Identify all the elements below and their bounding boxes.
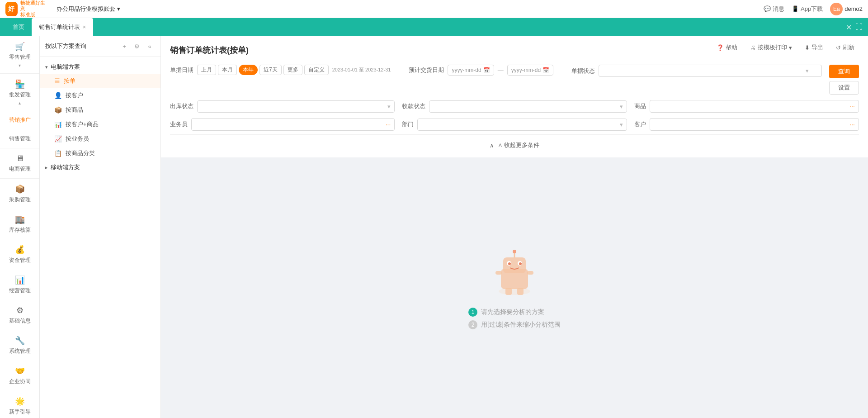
by-goods-label: 按商品 (66, 106, 83, 114)
app-download-label: App下载 (801, 5, 823, 13)
sidebar-item-system[interactable]: 🔧 系统管理 (0, 330, 39, 361)
expected-date-start-input[interactable]: yyyy-mm-dd 📅 (448, 65, 494, 76)
scheme-group-mobile-header[interactable]: ▸ 移动端方案 (40, 161, 160, 174)
sidebar-item-wholesale[interactable]: 🏪 批发管理 ▴ (0, 74, 39, 111)
svg-point-8 (513, 250, 516, 253)
sidebar-item-purchase[interactable]: 📦 采购管理 (0, 179, 39, 209)
sidebar-item-operation[interactable]: 📊 经营管理 (0, 270, 39, 300)
salesperson-input[interactable]: ··· (191, 118, 395, 131)
filter-customer-group: 客户 ··· (634, 118, 859, 131)
sidebar-item-newuser[interactable]: 🌟 新手引导 (0, 391, 39, 418)
retail-label: 零售管理 (9, 53, 31, 61)
scheme-item-by-customer[interactable]: 👤 按客户 (40, 88, 160, 103)
query-button[interactable]: 查询 (829, 65, 859, 78)
add-icon: + (123, 43, 126, 50)
enterprise-icon: 🤝 (15, 366, 25, 376)
doc-status-arrow-icon: ▾ (806, 67, 809, 74)
user-area[interactable]: Ea demo2 (830, 3, 863, 15)
left-panel-content: ▾ 电脑端方案 ☰ 按单 👤 按客户 📦 按商品 (40, 57, 160, 418)
right-panel-header: 销售订单统计表(按单) ❓ 帮助 🖨 按模板打印 ▾ ⬇ 导出 (161, 36, 868, 59)
tab-sales-order[interactable]: 销售订单统计表 × (32, 18, 93, 36)
filter-expected-date-group: 预计交货日期 yyyy-mm-dd 📅 — yyyy-mm-dd 📅 (409, 65, 553, 76)
app-download-button[interactable]: 📱 App下载 (792, 5, 823, 13)
date-btn-last7[interactable]: 近7天 (259, 65, 282, 75)
filter-doc-status-group: 单据状态 ▾ (571, 65, 822, 77)
top-bar: 好 畅捷通好生意 标准版 办公用品行业模拟账套 ▾ 💬 消息 📱 App下载 E… (0, 0, 868, 18)
sidebar-item-finance[interactable]: 💰 资金管理 (0, 239, 39, 270)
add-scheme-button[interactable]: + (119, 41, 130, 52)
tab-home[interactable]: 首页 (5, 18, 32, 36)
salesperson-label: 业务员 (170, 120, 188, 128)
date-range-end: 2023-12-31 (365, 67, 391, 72)
customer-more-icon: ··· (849, 121, 855, 128)
collapse-up-icon: ∧ (490, 142, 494, 149)
export-label: 导出 (811, 43, 823, 52)
filter-salesperson-group: 业务员 ··· (170, 118, 395, 131)
sidebar-item-ecommerce[interactable]: 🖥 电商管理 (0, 148, 39, 178)
date-btn-last-month[interactable]: 上月 (197, 65, 216, 75)
sidebar-item-sales[interactable]: 销售管理 (0, 129, 39, 148)
filter-row-2: 出库状态 ▾ 收款状态 ▾ 商品 (170, 100, 859, 113)
scheme-group-desktop-header[interactable]: ▾ 电脑端方案 (40, 60, 160, 74)
window-close-icon[interactable]: ✕ (846, 23, 852, 32)
refresh-button[interactable]: ↺ 刷新 (831, 42, 859, 53)
logo-icon: 好 (5, 2, 18, 16)
settings-scheme-button[interactable]: ⚙ (132, 41, 142, 52)
collapse-more-button[interactable]: ∧ ∧ 收起更多条件 (481, 138, 549, 152)
by-customer-icon: 👤 (54, 92, 62, 99)
message-button[interactable]: 💬 消息 (764, 5, 784, 13)
by-order-label: 按单 (64, 77, 75, 85)
doc-status-select[interactable]: ▾ (599, 65, 822, 77)
mobile-group-arrow-icon: ▸ (45, 165, 48, 171)
department-select[interactable]: ▾ (417, 119, 627, 131)
tab-close-button[interactable]: × (83, 24, 86, 30)
date-btn-this-month[interactable]: 本月 (218, 65, 237, 75)
date-btn-custom[interactable]: 自定义 (304, 65, 329, 75)
tip-num-2: 2 (468, 320, 477, 329)
settings-button[interactable]: 设置 (829, 81, 859, 95)
sidebar-item-marketing[interactable]: 营销推广 (0, 111, 39, 129)
sidebar-item-basic[interactable]: ⚙ 基础信息 (0, 300, 39, 330)
svg-rect-9 (495, 271, 502, 275)
goods-input[interactable]: ··· (650, 100, 859, 113)
purchase-icon: 📦 (15, 184, 25, 194)
message-icon: 💬 (764, 5, 771, 12)
avatar: Ea (830, 3, 843, 15)
svg-point-5 (508, 262, 511, 265)
collapse-panel-button[interactable]: « (144, 41, 155, 52)
filter-department-group: 部门 ▾ (402, 118, 627, 131)
print-label: 按模板打印 (758, 43, 787, 52)
date-btn-this-year[interactable]: 本年 (239, 65, 258, 75)
expected-date-end-input[interactable]: yyyy-mm-dd 📅 (507, 65, 553, 76)
help-button[interactable]: ❓ 帮助 (712, 42, 742, 53)
scheme-item-by-category[interactable]: 📋 按商品分类 (40, 146, 160, 161)
sidebar-item-inventory[interactable]: 🏬 库存核算 (0, 209, 39, 239)
print-button[interactable]: 🖨 按模板打印 ▾ (745, 42, 797, 53)
scheme-item-by-salesperson[interactable]: 📈 按业务员 (40, 132, 160, 146)
home-label: 首页 (13, 23, 24, 31)
svg-rect-10 (527, 271, 533, 275)
sales-label: 销售管理 (9, 135, 31, 142)
top-divider (49, 5, 49, 14)
newuser-icon: 🌟 (15, 396, 25, 406)
scheme-item-by-order[interactable]: ☰ 按单 (40, 74, 160, 88)
operation-icon: 📊 (15, 275, 25, 285)
workspace-selector[interactable]: 办公用品行业模拟账套 ▾ (53, 3, 124, 15)
sidebar-item-enterprise[interactable]: 🤝 企业协同 (0, 361, 39, 391)
scheme-item-by-customer-goods[interactable]: 📊 按客户+商品 (40, 117, 160, 132)
newuser-label: 新手引导 (9, 408, 31, 416)
by-category-icon: 📋 (54, 150, 62, 157)
collection-select[interactable]: ▾ (429, 100, 627, 113)
group-mobile-title: 移动端方案 (51, 163, 80, 171)
delivery-select[interactable]: ▾ (197, 100, 395, 113)
customer-input[interactable]: ··· (650, 118, 859, 131)
scheme-item-by-goods[interactable]: 📦 按商品 (40, 103, 160, 117)
workspace-chevron-icon: ▾ (117, 5, 120, 12)
export-button[interactable]: ⬇ 导出 (800, 42, 828, 53)
window-expand-icon[interactable]: ⛶ (855, 23, 863, 31)
user-name: demo2 (844, 5, 863, 12)
tip-text-1: 请先选择要分析的方案 (481, 308, 544, 316)
date-btn-more[interactable]: 更多 (283, 65, 302, 75)
sidebar-item-retail[interactable]: 🛒 零售管理 ▾ (0, 36, 39, 73)
left-panel-title: 按以下方案查询 (45, 42, 86, 50)
